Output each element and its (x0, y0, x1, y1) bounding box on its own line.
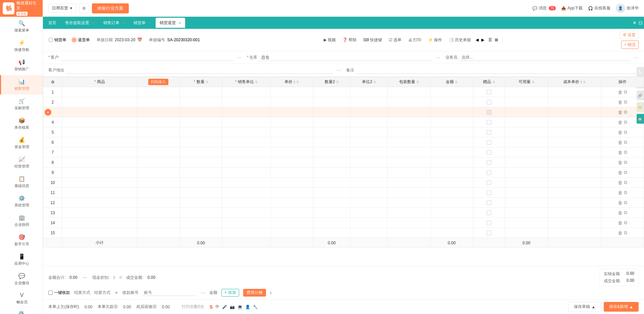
delete-row-btn[interactable]: 🗑 (618, 130, 623, 135)
delete-row-btn[interactable]: 🗑 (618, 110, 623, 115)
goods-cell[interactable] (62, 97, 137, 107)
cost-cell[interactable] (548, 87, 601, 97)
save-draft-btn[interactable]: 保存草稿 ▲ (568, 302, 601, 312)
qty2-sort-icon[interactable]: ⇅ (336, 80, 339, 84)
delete-row-btn[interactable]: 🗑 (618, 220, 623, 226)
sidebar-item-app-center[interactable]: 📱 应用中心 (0, 250, 43, 269)
delete-row-btn[interactable]: 🗑 (618, 140, 623, 145)
goods-cell-active[interactable] (62, 107, 137, 117)
toolbar-video-btn[interactable]: ▶ 视频 (322, 37, 338, 44)
cost-cell[interactable] (548, 97, 601, 107)
toolbar-select-btn[interactable]: ☑ 选单 (387, 37, 404, 44)
maximize-btn[interactable]: ⊡ (639, 20, 643, 25)
addr-picker-btn[interactable]: ··· (336, 67, 341, 73)
taskbar-icon3[interactable]: 💻 (237, 305, 243, 309)
unit-cell[interactable] (222, 97, 270, 107)
float-active-btn[interactable]: 🏠 (637, 114, 644, 124)
copy-row-btn[interactable]: ⧉ (624, 190, 627, 195)
tab-home[interactable]: 首页 (44, 18, 60, 28)
industry-selector[interactable]: 日用百货 ▼ (48, 4, 76, 13)
taskbar-icon2[interactable]: 📷 (230, 305, 235, 309)
th-settings[interactable]: ⚙ (43, 77, 62, 87)
tab-close-sales-order[interactable]: ✕ (122, 21, 125, 25)
toolbar-history-btn[interactable]: 📑 历史单据 (447, 37, 473, 44)
sidebar-item-finance[interactable]: 💰 资金管理 (0, 133, 43, 153)
unit2-cell[interactable] (351, 97, 388, 107)
sidebar-item-basic-info[interactable]: 📋 基础信息 (0, 172, 43, 192)
close-tab-btn[interactable]: ✕ (633, 20, 637, 25)
user-btn[interactable]: 👤 徐泽华 (616, 4, 639, 13)
qty-cell[interactable] (180, 87, 222, 97)
copy-row-btn[interactable]: ⧉ (624, 230, 627, 236)
copy-row-btn[interactable]: ⧉ (624, 220, 627, 226)
gift-checkbox[interactable] (487, 210, 491, 215)
calendar-icon[interactable]: 📅 (137, 38, 142, 42)
price-info-icon[interactable]: ℹ (294, 80, 295, 84)
customer-picker-btn[interactable]: ··· (237, 55, 241, 61)
pack-cell[interactable] (388, 87, 430, 97)
delete-row-btn[interactable]: 🗑 (618, 190, 623, 195)
account-picker-btn[interactable]: ··· (201, 290, 205, 296)
delete-row-btn[interactable]: 🗑 (618, 230, 623, 236)
copy-row-btn[interactable]: ⧉ (624, 210, 627, 215)
copy-row-btn[interactable]: ⧉ (624, 160, 627, 165)
add-payment-btn[interactable]: + 添加 (221, 289, 239, 297)
delete-row-btn[interactable]: 🗑 (618, 100, 623, 105)
delete-row-btn[interactable]: 🗑 (618, 180, 623, 185)
price-cell[interactable] (270, 97, 313, 107)
taskbar-icon4[interactable]: 👤 (245, 305, 250, 309)
warehouse-picker-btn[interactable]: ··· (436, 55, 440, 61)
tab-price-setting[interactable]: 售价提取设置 ✕ (61, 18, 99, 28)
copy-row-btn[interactable]: ⧉ (624, 89, 627, 95)
sidebar-item-wechat[interactable]: 💬 企业微信 (0, 269, 43, 289)
amount-cell[interactable] (430, 107, 473, 117)
delete-row-btn[interactable]: 🗑 (618, 170, 623, 175)
tab-sales-order[interactable]: 销售订单 ✕ (99, 18, 129, 28)
sidebar-item-sales[interactable]: 📊 销售管理 (0, 75, 43, 95)
copy-row-btn[interactable]: ⧉ (624, 170, 627, 175)
unit2-cell[interactable] (351, 107, 388, 117)
gift-checkbox[interactable] (487, 200, 491, 205)
copy-row-btn[interactable]: ⧉ (624, 200, 627, 205)
copy-row-btn[interactable]: ⧉ (624, 139, 627, 145)
expense-split-btn[interactable]: 费用分摊 (243, 289, 266, 297)
goods-input[interactable] (62, 109, 137, 116)
sidebar-item-quick-nav[interactable]: ⚡ 快捷导航 (0, 36, 43, 56)
experience-btn[interactable]: 体验行业方案 (92, 3, 129, 13)
sidebar-item-marketing[interactable]: 📢 营销推广 (0, 56, 43, 75)
avail-sort-icon[interactable]: ⇅ (532, 80, 534, 84)
pack-sort-icon[interactable]: ⇅ (416, 80, 419, 84)
nav-next-icon[interactable]: ▶ (481, 38, 484, 42)
pack-cell[interactable] (388, 107, 430, 117)
qty2-cell[interactable] (313, 107, 350, 117)
unit-cell[interactable] (222, 87, 270, 97)
gift-cell[interactable] (473, 107, 505, 117)
view-grid-icon[interactable]: ⊞ (495, 38, 498, 42)
qty2-cell[interactable] (313, 87, 350, 97)
save-new-btn[interactable]: 保存&新增 ▲ (604, 302, 639, 312)
one-click-payment-checkbox[interactable]: 一键收款 (48, 290, 70, 296)
copy-row-btn[interactable]: ⧉ (624, 99, 627, 105)
payment-checkbox-input[interactable] (48, 291, 53, 295)
avail-cell[interactable] (505, 107, 548, 117)
warehouse-input[interactable] (259, 54, 432, 61)
gift-checkbox[interactable] (487, 110, 491, 115)
unit-sort-icon[interactable]: ⇅ (255, 80, 258, 84)
sidebar-item-member[interactable]: V 畅会员 (0, 289, 43, 308)
message-btn[interactable]: 💬 消息 70 (532, 5, 556, 11)
sidebar-item-inventory[interactable]: 📦 库存核算 (0, 114, 43, 133)
th-scan-btn[interactable]: 扫码录入 (137, 77, 179, 87)
gift-sort-icon[interactable]: ⇅ (492, 80, 495, 84)
sidebar-item-guide[interactable]: 🎯 新手引导 (0, 231, 43, 250)
discount-info-icon[interactable]: ℹ (113, 275, 115, 280)
pack-cell[interactable] (388, 97, 430, 107)
account-input[interactable] (143, 290, 196, 296)
avail-cell[interactable] (505, 87, 548, 97)
tab-close-price-setting[interactable]: ✕ (92, 21, 95, 25)
copy-row-btn[interactable]: ⧉ (624, 119, 627, 125)
gift-checkbox[interactable] (487, 190, 491, 195)
salesperson-input[interactable] (460, 54, 631, 61)
sidebar-item-operation[interactable]: 📈 经营管理 (0, 153, 43, 172)
gift-checkbox[interactable] (487, 90, 491, 95)
gift-checkbox[interactable] (487, 100, 491, 105)
